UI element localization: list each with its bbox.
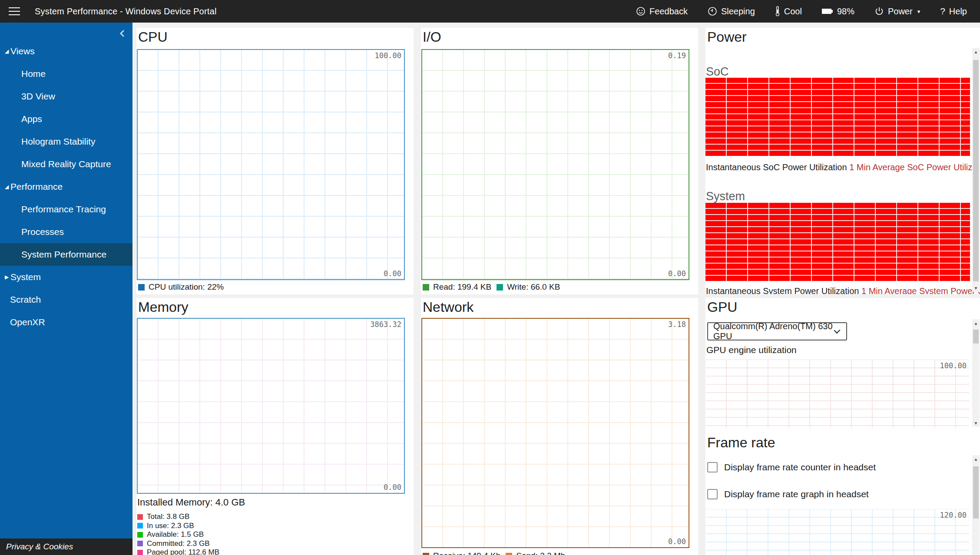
legend-swatch xyxy=(137,523,143,529)
legend-swatch xyxy=(423,553,429,555)
memory-min-value: 0.00 xyxy=(384,483,401,492)
io-panel: I/O 0.19 0.00 Read: 199.4 KB Write: 66.0… xyxy=(421,28,698,294)
sidebar: ◢ Views Home 3D View Apps Hologram Stabi… xyxy=(0,23,132,538)
top-bar: System Performance - Windows Device Port… xyxy=(0,0,980,23)
memory-panel: Memory 3863.32 0.00 Installed Memory: 4.… xyxy=(136,298,414,555)
system-average-link[interactable]: 1 Min Average System Power Utilization xyxy=(861,286,980,294)
framerate-counter-label: Display frame rate counter in headset xyxy=(724,462,876,472)
clock-icon xyxy=(708,7,717,16)
gpu-chart: 100.00 xyxy=(706,360,969,428)
sidebar-item-home[interactable]: Home xyxy=(0,63,132,85)
sidebar-item-hologram-stability[interactable]: Hologram Stability xyxy=(0,130,132,153)
io-max-value: 0.19 xyxy=(668,51,686,60)
framerate-counter-row: Display frame rate counter in headset xyxy=(707,462,876,472)
legend-item-committed: Committed: 2.3 GB xyxy=(137,539,235,548)
power-menu-button[interactable]: Power ▾ xyxy=(874,7,920,17)
hamburger-menu-icon[interactable] xyxy=(9,7,20,15)
io-legend: Read: 199.4 KB Write: 66.0 KB xyxy=(423,282,560,292)
io-min-value: 0.00 xyxy=(668,269,686,278)
sidebar-item-performance-tracing[interactable]: Performance Tracing xyxy=(0,198,132,221)
scroll-up-icon[interactable]: ▲ xyxy=(972,48,980,56)
sidebar-item-openxr[interactable]: OpenXR xyxy=(0,311,132,334)
topbar-actions: Feedback Sleeping Cool 98% xyxy=(636,6,980,17)
installed-memory-label: Installed Memory: 4.0 GB xyxy=(137,497,245,508)
gpu-scrollbar: ▲ ▼ xyxy=(972,319,980,427)
network-title: Network xyxy=(421,298,698,315)
framerate-scrollbar-thumb[interactable] xyxy=(973,466,979,519)
gpu-max-value: 100.00 xyxy=(940,361,967,370)
framerate-max-value: 120.00 xyxy=(940,511,967,519)
gpu-engine-utilization-label: GPU engine utilization xyxy=(706,345,797,355)
cpu-title: CPU xyxy=(136,28,414,45)
soc-instantaneous-link[interactable]: Instantaneous SoC Power Utilization xyxy=(706,162,847,172)
legend-swatch xyxy=(137,532,143,538)
network-legend: Receive: 149.4 Kb Send: 2.2 Mb xyxy=(423,551,565,555)
io-chart: 0.19 0.00 xyxy=(421,49,689,280)
framerate-graph-label: Display frame rate graph in headset xyxy=(724,489,869,499)
page-title: System Performance - Windows Device Port… xyxy=(35,7,217,17)
help-button[interactable]: ? Help xyxy=(940,6,967,17)
scroll-down-icon[interactable]: ▼ xyxy=(972,284,980,292)
sidebar-group-performance[interactable]: ◢ Performance xyxy=(0,175,132,198)
question-mark-icon: ? xyxy=(940,6,945,17)
io-title: I/O xyxy=(421,28,698,45)
framerate-graph-row: Display frame rate graph in headset xyxy=(707,489,869,499)
power-scrollbar: ▲ ▼ xyxy=(972,48,980,292)
chevron-down-icon: ▾ xyxy=(917,8,920,15)
system-power-chart xyxy=(705,203,970,281)
network-max-value: 3.18 xyxy=(668,320,686,329)
sidebar-item-3d-view[interactable]: 3D View xyxy=(0,85,132,108)
legend-swatch xyxy=(137,514,143,520)
scroll-up-icon[interactable]: ▲ xyxy=(972,455,980,463)
privacy-cookies-link[interactable]: Privacy & Cookies xyxy=(0,538,132,555)
sleep-status-button[interactable]: Sleeping xyxy=(708,7,755,17)
cpu-chart: 100.00 0.00 xyxy=(137,49,405,280)
feedback-button[interactable]: Feedback xyxy=(636,7,688,17)
gpu-framerate-panel: GPU Qualcomm(R) Adreno(TM) 630 GPU GPU e… xyxy=(705,298,980,555)
sidebar-nav: ◢ Views Home 3D View Apps Hologram Stabi… xyxy=(0,40,132,334)
framerate-scrollbar: ▲ xyxy=(972,455,980,555)
soc-label: SoC xyxy=(706,65,729,79)
scroll-up-icon[interactable]: ▲ xyxy=(972,319,980,327)
gpu-adapter-select[interactable]: Qualcomm(R) Adreno(TM) 630 GPU xyxy=(707,322,847,340)
legend-swatch xyxy=(138,284,145,291)
system-label: System xyxy=(706,190,745,203)
legend-swatch xyxy=(137,541,143,546)
window: System Performance - Windows Device Port… xyxy=(0,0,980,555)
cpu-min-value: 0.00 xyxy=(384,269,401,278)
battery-indicator: 98% xyxy=(822,7,854,17)
cpu-legend: CPU utilization: 22% xyxy=(138,282,224,292)
thermal-status-button[interactable]: Cool xyxy=(775,6,802,17)
system-instantaneous-link[interactable]: Instantaneous System Power Utilization xyxy=(706,286,859,294)
sidebar-item-mixed-reality-capture[interactable]: Mixed Reality Capture xyxy=(0,153,132,175)
power-scrollbar-thumb[interactable] xyxy=(973,60,979,281)
system-caption: Instantaneous System Power Utilization 1… xyxy=(706,286,980,294)
framerate-title: Frame rate xyxy=(705,433,775,451)
framerate-counter-checkbox[interactable] xyxy=(707,462,718,472)
cpu-panel: CPU 100.00 0.00 CPU utilization: 22% xyxy=(136,28,414,294)
soc-average-link[interactable]: 1 Min Average SoC Power Utilization xyxy=(849,162,980,172)
power-title: Power xyxy=(705,28,980,45)
sidebar-item-apps[interactable]: Apps xyxy=(0,108,132,130)
framerate-graph-checkbox[interactable] xyxy=(707,489,718,499)
battery-percent: 98% xyxy=(837,7,854,17)
sidebar-item-system-performance[interactable]: System Performance xyxy=(0,243,132,266)
collapsed-icon: ▶ xyxy=(5,274,10,280)
gpu-scrollbar-thumb[interactable] xyxy=(973,330,979,344)
power-icon xyxy=(874,7,884,16)
legend-item-total: Total: 3.8 GB xyxy=(137,512,235,522)
power-panel: Power SoC Instantaneous SoC Power Utiliz… xyxy=(705,28,980,294)
legend-item-in-use: In use: 2.3 GB xyxy=(137,522,235,531)
thermometer-icon xyxy=(775,6,780,17)
sidebar-item-scratch[interactable]: Scratch xyxy=(0,288,132,311)
network-panel: Network 3.18 0.00 Receive: 149.4 Kb Send… xyxy=(421,298,698,555)
sidebar-collapse-icon[interactable] xyxy=(118,29,127,38)
sidebar-group-system[interactable]: ▶ System xyxy=(0,266,132,288)
sidebar-item-processes[interactable]: Processes xyxy=(0,221,132,243)
expand-icon: ◢ xyxy=(5,48,10,54)
gpu-title: GPU xyxy=(705,298,980,315)
sidebar-group-views[interactable]: ◢ Views xyxy=(0,40,132,63)
smiley-icon xyxy=(636,7,646,16)
cpu-max-value: 100.00 xyxy=(375,51,401,60)
scroll-down-icon[interactable]: ▼ xyxy=(972,419,980,427)
